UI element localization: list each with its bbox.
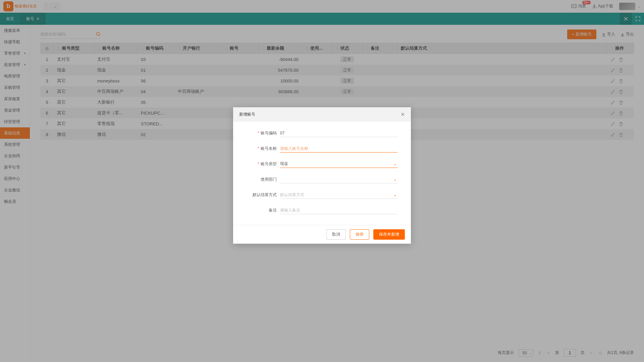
modal-footer: 取消 保存 保存并新增: [233, 225, 411, 244]
modal-title: 新增账号: [239, 112, 255, 117]
required-mark: *: [258, 162, 259, 166]
code-input[interactable]: [280, 131, 397, 135]
form-label: *账号编码: [247, 130, 280, 136]
form-row-dept: 使用部门 ⌄: [247, 175, 397, 183]
settle-select[interactable]: ⌄: [280, 191, 397, 199]
form-row-settle: 默认结算方式 ⌄: [247, 191, 397, 199]
name-input[interactable]: [280, 146, 397, 151]
required-mark: *: [258, 131, 259, 135]
save-and-new-button[interactable]: 保存并新增: [373, 229, 405, 240]
form-label: 默认结算方式: [247, 192, 280, 198]
modal-overlay: 新增账号 ✕ *账号编码 *账号名称 *账号类型 现金 ⌄: [0, 0, 644, 362]
modal-body: *账号编码 *账号名称 *账号类型 现金 ⌄ 使用部门: [233, 122, 411, 225]
modal-header: 新增账号 ✕: [233, 107, 411, 122]
required-mark: *: [258, 146, 259, 151]
type-select[interactable]: 现金 ⌄: [280, 160, 397, 168]
code-field[interactable]: [280, 129, 397, 137]
form-row-code: *账号编码: [247, 129, 397, 137]
dept-select[interactable]: ⌄: [280, 175, 397, 183]
cancel-button[interactable]: 取消: [326, 229, 346, 240]
form-label: 使用部门: [247, 177, 280, 182]
type-value: 现金: [280, 161, 288, 167]
chevron-down-icon: ⌄: [393, 162, 397, 166]
save-button[interactable]: 保存: [350, 229, 369, 240]
close-icon[interactable]: ✕: [400, 111, 405, 118]
name-field[interactable]: [280, 144, 397, 153]
remark-field[interactable]: [280, 206, 397, 214]
form-label: *账号类型: [247, 161, 280, 167]
form-label: 备注: [247, 207, 280, 213]
form-row-remark: 备注: [247, 206, 397, 214]
chevron-down-icon: ⌄: [393, 192, 397, 197]
settle-input[interactable]: [280, 192, 397, 197]
remark-input[interactable]: [280, 208, 397, 213]
form-row-name: *账号名称: [247, 144, 397, 153]
form-row-type: *账号类型 现金 ⌄: [247, 160, 397, 168]
chevron-down-icon: ⌄: [393, 177, 397, 182]
form-label: *账号名称: [247, 146, 280, 152]
add-account-modal: 新增账号 ✕ *账号编码 *账号名称 *账号类型 现金 ⌄: [233, 107, 411, 244]
